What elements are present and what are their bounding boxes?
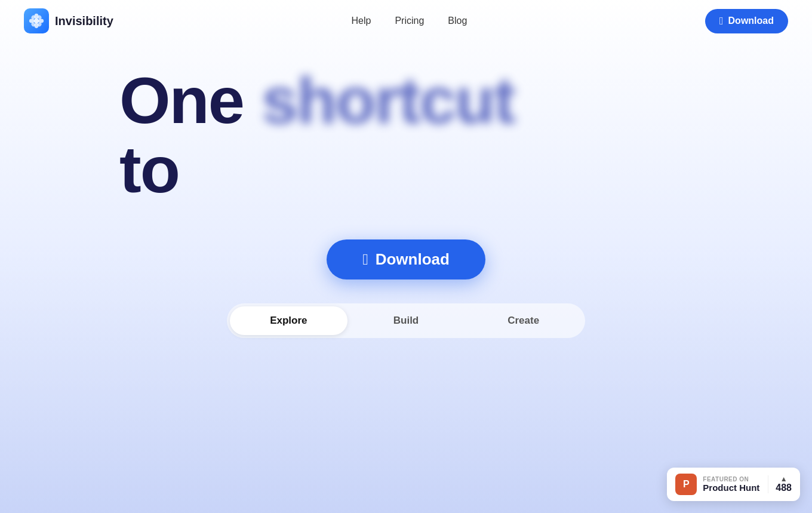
brand-logo [24,8,49,33]
svg-point-4 [38,19,44,23]
svg-point-3 [29,19,35,23]
upvote-triangle-icon: ▲ [780,475,788,483]
navbar: Invisibility Help Pricing Blog  Downloa… [0,0,812,42]
hero-word-one: One [119,66,244,135]
product-hunt-vote-count: 488 [776,483,792,493]
nav-download-button[interactable]:  Download [705,9,788,33]
product-hunt-letter: P [683,479,690,490]
product-hunt-name: Product Hunt [703,483,759,493]
brand-link[interactable]: Invisibility [24,8,113,33]
nav-help[interactable]: Help [351,16,371,26]
product-hunt-badge[interactable]: P FEATURED ON Product Hunt ▲ 488 [667,468,800,501]
nav-download-label: Download [728,16,774,26]
hero-word-to: to [119,135,179,204]
tabs-bar: Explore Build Create [227,303,585,338]
hero-title: One shortcut to [119,66,515,204]
nav-blog[interactable]: Blog [448,16,467,26]
tab-create[interactable]: Create [465,306,582,335]
cta-section:  Download [0,239,812,279]
svg-point-0 [34,19,39,24]
cta-apple-icon:  [362,250,368,269]
cta-download-label: Download [376,250,450,269]
cta-download-button[interactable]:  Download [327,239,485,279]
tab-explore[interactable]: Explore [230,306,347,335]
tabs-section: Explore Build Create [0,303,812,338]
product-hunt-logo: P [675,474,697,495]
hero-word-shortcut: shortcut [262,66,515,135]
nav-links: Help Pricing Blog [351,16,467,26]
apple-icon:  [719,15,724,27]
brand-name: Invisibility [55,14,113,28]
product-hunt-featured-label: FEATURED ON [703,476,759,483]
nav-pricing[interactable]: Pricing [395,16,424,26]
product-hunt-text: FEATURED ON Product Hunt [703,476,759,493]
hero-section: One shortcut to [0,42,812,204]
tab-build[interactable]: Build [347,306,465,335]
product-hunt-votes: ▲ 488 [768,475,792,493]
